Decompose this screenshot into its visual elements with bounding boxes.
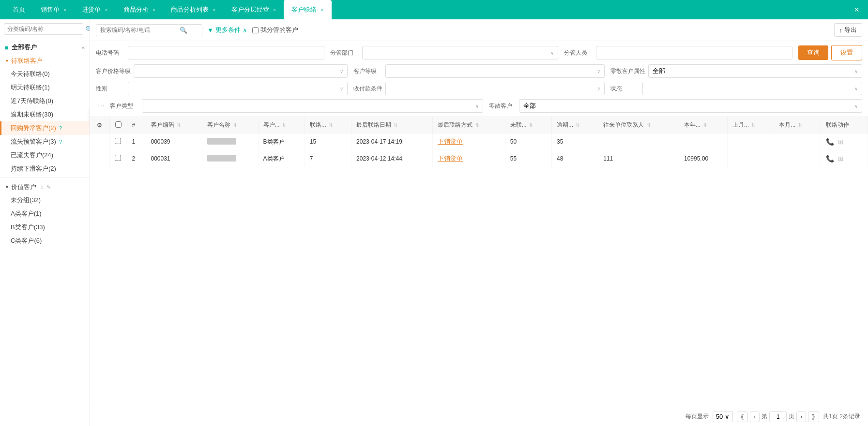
- col-code[interactable]: 客户编码 ⇅: [146, 117, 202, 133]
- phone-input[interactable]: [128, 46, 324, 59]
- next-page-button[interactable]: ›: [796, 411, 806, 422]
- col-company-contact[interactable]: 往来单位联系人 ⇅: [598, 117, 679, 133]
- data-table-area: ⚙ # 客户编码 ⇅ 客户名称 ⇅ 客户... ⇅ 联络... ⇅ 最后联络日期…: [90, 117, 868, 407]
- page-input[interactable]: [769, 411, 787, 422]
- tab-customer-segment[interactable]: 客户分层经营 ×: [224, 0, 284, 19]
- first-page-button[interactable]: ⟪: [737, 411, 748, 422]
- tab-home[interactable]: 首页: [5, 0, 33, 19]
- tab-sales[interactable]: 销售单 ×: [33, 0, 74, 19]
- sidebar-today-pending[interactable]: 今天待联络(0): [0, 67, 90, 81]
- search-icon[interactable]: 🔍: [180, 27, 187, 34]
- sidebar-declining[interactable]: 持续下滑客户(2): [0, 162, 90, 176]
- retail-customer-select[interactable]: 全部∨: [519, 99, 862, 113]
- sidebar-abnormal-item[interactable]: 回购异常客户(2) ?: [0, 121, 90, 135]
- col-uncontacted[interactable]: 未联... ⇅: [505, 117, 551, 133]
- expand-dots[interactable]: ···: [98, 102, 104, 110]
- sidebar-tomorrow-pending[interactable]: 明天待联络(1): [0, 81, 90, 94]
- sidebar-b-class[interactable]: B类客户(33): [0, 220, 90, 234]
- col-last-month[interactable]: 上月... ⇅: [728, 117, 774, 133]
- search-input[interactable]: [100, 27, 178, 33]
- customer-level-select[interactable]: ∨: [385, 64, 605, 78]
- sidebar-a-class[interactable]: A类客户(1): [0, 207, 90, 220]
- row2-gear: [90, 150, 109, 167]
- row2-last-date: 2023-04-12 14:44:: [351, 150, 433, 167]
- row1-last-month: [728, 133, 774, 150]
- row2-phone-icon[interactable]: 📞: [826, 155, 834, 162]
- sidebar-search-icon[interactable]: 🔍: [85, 26, 90, 33]
- col-name[interactable]: 客户名称 ⇅: [202, 117, 258, 133]
- row2-index: 2: [127, 150, 146, 167]
- status-select[interactable]: ∨: [642, 82, 862, 95]
- close-customer-segment-tab[interactable]: ×: [273, 7, 276, 13]
- payment-select[interactable]: ∨: [385, 82, 605, 95]
- sidebar-ungroup[interactable]: 未分组(32): [0, 193, 90, 207]
- sidebar-week-pending[interactable]: 近7天待联络(0): [0, 94, 90, 108]
- row2-select-checkbox[interactable]: [115, 155, 121, 161]
- close-analysis-tab[interactable]: ×: [152, 7, 155, 13]
- row2-last-method[interactable]: 下销货单: [432, 150, 505, 167]
- col-last-contact-date[interactable]: 最后联络日期 ⇅: [351, 117, 433, 133]
- price-level-filter: 客户价格等级 ∨: [96, 64, 348, 78]
- col-contact[interactable]: 联络... ⇅: [305, 117, 351, 133]
- row2-checkbox: [109, 150, 127, 167]
- customer-type-select[interactable]: ∨: [142, 99, 483, 113]
- row1-select-checkbox[interactable]: [115, 138, 121, 144]
- tab-customer-contact[interactable]: 客户联络 ×: [284, 0, 331, 19]
- close-analysis-list-tab[interactable]: ×: [213, 7, 215, 13]
- value-group-header[interactable]: ▼ 价值客户 ○ ✎: [0, 180, 90, 193]
- settings-button[interactable]: 设置: [831, 45, 862, 60]
- last-page-button[interactable]: ⟫: [808, 411, 819, 422]
- prev-page-button[interactable]: ‹: [750, 411, 760, 422]
- my-customers-checkbox[interactable]: [252, 27, 259, 33]
- row1-last-method[interactable]: 下销货单: [432, 133, 505, 150]
- row2-this-month: [774, 150, 821, 167]
- col-overdue[interactable]: 逾期... ⇅: [551, 117, 598, 133]
- col-gear[interactable]: ⚙: [90, 117, 109, 133]
- price-level-select[interactable]: ∨: [134, 64, 348, 78]
- tab-purchase[interactable]: 进货单 ×: [74, 0, 115, 19]
- tab-analysis[interactable]: 商品分析 ×: [116, 0, 163, 19]
- close-customer-contact-tab[interactable]: ×: [320, 7, 323, 13]
- col-type[interactable]: 客户... ⇅: [258, 117, 305, 133]
- col-last-contact-method[interactable]: 最后联络方式 ⇅: [432, 117, 505, 133]
- col-checkbox: [109, 117, 127, 133]
- close-sales-tab[interactable]: ×: [63, 7, 66, 13]
- more-conditions-button[interactable]: ▼ 更多条件 ∧: [207, 26, 247, 34]
- row2-code: 000031: [146, 150, 202, 167]
- row1-this-month: [774, 133, 821, 150]
- col-this-year[interactable]: 本年... ⇅: [679, 117, 728, 133]
- sidebar-churned[interactable]: 已流失客户(24): [0, 148, 90, 162]
- row1-phone-icon[interactable]: 📞: [826, 138, 834, 146]
- retail-attr-filter: 零散客户属性 全部∨: [610, 64, 862, 78]
- row1-gear: [90, 133, 109, 150]
- retail-attr-select[interactable]: 全部∨: [648, 64, 862, 78]
- row1-overdue: 35: [551, 133, 598, 150]
- col-index: #: [127, 117, 146, 133]
- row1-grid-icon[interactable]: ⊞: [838, 138, 844, 146]
- customer-table: ⚙ # 客户编码 ⇅ 客户名称 ⇅ 客户... ⇅ 联络... ⇅ 最后联络日期…: [90, 117, 868, 167]
- abnormal-info-icon[interactable]: ?: [59, 125, 62, 131]
- sidebar-overdue-pending[interactable]: 逾期未联络(30): [0, 108, 90, 121]
- table-row: 1 000039 B类客户 15 2023-04-17 14:19: 下销货单 …: [90, 133, 868, 150]
- page-size-select[interactable]: 50 ∨: [713, 411, 733, 422]
- gender-select[interactable]: ∨: [128, 82, 348, 95]
- manager-select[interactable]: ···: [596, 46, 792, 59]
- close-purchase-tab[interactable]: ×: [105, 7, 107, 13]
- row1-this-year: [679, 133, 728, 150]
- row1-uncontacted: 50: [505, 133, 551, 150]
- tab-analysis-list[interactable]: 商品分析列表 ×: [163, 0, 223, 19]
- sidebar-collapse-icon[interactable]: «: [82, 44, 85, 50]
- col-this-month[interactable]: 本月... ⇅: [774, 117, 821, 133]
- row2-grid-icon[interactable]: ⊞: [838, 155, 844, 162]
- pending-group-header[interactable]: ▼ 待联络客户: [0, 54, 90, 67]
- export-button[interactable]: ↑ 导出: [834, 23, 863, 37]
- close-all-button[interactable]: ×: [850, 5, 863, 15]
- query-button[interactable]: 查询: [798, 45, 828, 60]
- sidebar-churn-warning[interactable]: 流失预警客户(3) ?: [0, 135, 90, 148]
- row2-contact: 7: [305, 150, 351, 167]
- dept-select[interactable]: ∨: [362, 46, 559, 59]
- sidebar-c-class[interactable]: C类客户(6): [0, 234, 90, 248]
- sidebar-search-input[interactable]: [4, 23, 83, 35]
- select-all-checkbox[interactable]: [115, 121, 122, 128]
- gender-filter: 性别 ∨: [96, 82, 348, 95]
